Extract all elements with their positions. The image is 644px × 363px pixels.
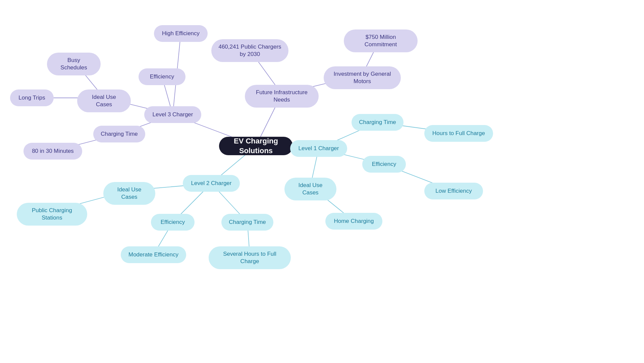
node-level3: Level 3 Charger (144, 106, 201, 123)
node-750m: $750 Million Commitment (344, 29, 418, 52)
node-idealuse3: Ideal Use Cases (77, 89, 131, 112)
node-chargetime3: Charging Time (93, 126, 145, 142)
mind-map: EV Charging SolutionsLevel 3 ChargerLeve… (0, 0, 644, 363)
node-chargetime1: Charging Time (352, 114, 404, 131)
node-homecharg: Home Charging (325, 213, 382, 230)
node-severalhrs: Several Hours to Full Charge (209, 246, 291, 269)
node-longtrips: Long Trips (10, 89, 54, 106)
node-eff2: Efficiency (151, 214, 195, 231)
node-min30: 80 in 30 Minutes (23, 143, 82, 160)
node-level1: Level 1 Charger (290, 140, 347, 157)
center-node: EV Charging Solutions (219, 137, 293, 155)
node-idealuse1: Ideal Use Cases (284, 178, 336, 200)
node-invest: Investment by General Motors (324, 66, 401, 89)
node-future: Future Infrastructure Needs (245, 85, 319, 108)
node-pubstation: Public Charging Stations (17, 203, 87, 226)
node-busy: Busy Schedules (47, 53, 101, 75)
node-idealuse2: Ideal Use Cases (103, 182, 155, 205)
node-loweff: Low Efficiency (424, 183, 483, 199)
node-eff1: Efficiency (362, 156, 406, 173)
node-eff3: Efficiency (139, 68, 185, 85)
node-level2: Level 2 Charger (183, 175, 240, 192)
node-460k: 460,241 Public Chargers by 2030 (211, 39, 288, 62)
node-chargetime2: Charging Time (221, 214, 273, 231)
node-hrsfull: Hours to Full Charge (424, 125, 493, 142)
node-modeff: Moderate Efficiency (121, 246, 186, 263)
node-higheff: High Efficiency (154, 25, 208, 42)
